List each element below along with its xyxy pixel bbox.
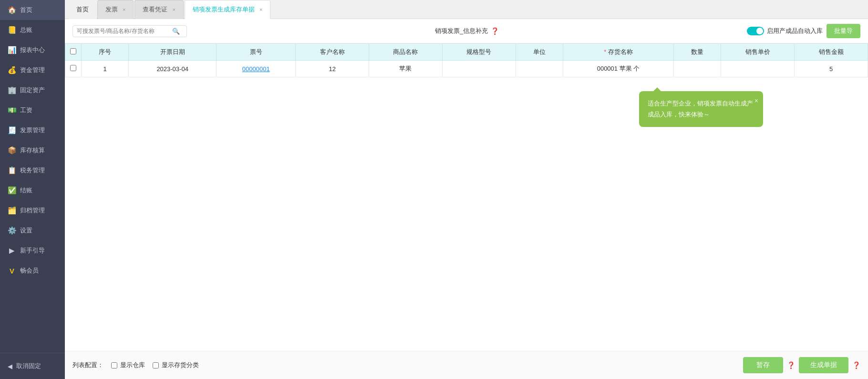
tooltip-text: 适合生产型企业，销项发票自动生成产成品入库，快来体验～ <box>648 100 753 118</box>
toggle-switch-container: 启用产成品自动入库 <box>747 27 823 35</box>
show-category-label[interactable]: 显示存货分类 <box>153 361 199 369</box>
sidebar-item-funds[interactable]: 💰 资金管理 <box>0 60 65 80</box>
sidebar-item-guide[interactable]: ▶ 新手引导 <box>0 241 65 261</box>
sidebar-item-assets[interactable]: 🏢 固定资产 <box>0 80 65 100</box>
config-label: 列表配置： <box>72 361 103 369</box>
tooltip-close-button[interactable]: × <box>754 95 758 107</box>
generate-button[interactable]: 生成单据 <box>799 357 848 373</box>
help-icon-generate[interactable]: ❓ <box>852 361 860 369</box>
search-input[interactable] <box>77 28 172 34</box>
select-all-checkbox[interactable] <box>70 48 76 54</box>
sidebar-item-settings[interactable]: ⚙️ 设置 <box>0 221 65 241</box>
payroll-icon: 💵 <box>8 106 16 115</box>
tooltip-popup: × 适合生产型企业，销项发票自动生成产成品入库，快来体验～ <box>639 91 763 127</box>
sidebar-item-home[interactable]: 🏠 首页 <box>0 0 65 20</box>
bottom-right: 暂存 ❓ 生成单据 ❓ <box>743 357 860 373</box>
row-checkbox-cell[interactable] <box>65 61 82 77</box>
header-checkbox[interactable] <box>65 44 82 61</box>
table-row: 1 2023-03-04 00000001 12 苹果 000001 苹果 个 … <box>65 61 868 77</box>
tab-create-stock[interactable]: 销项发票生成库存单据 × <box>185 0 270 19</box>
reports-icon: 📊 <box>8 46 16 54</box>
sidebar-item-label: 结账 <box>20 186 32 195</box>
sidebar-item-label: 首页 <box>20 6 32 14</box>
switch-thumb <box>756 28 763 34</box>
header-seq: 序号 <box>82 44 129 61</box>
row-amount: 5 <box>795 61 868 77</box>
search-box[interactable]: 🔍 <box>72 25 187 37</box>
show-warehouse-text: 显示仓库 <box>120 361 145 369</box>
row-date: 2023-03-04 <box>128 61 216 77</box>
tab-home-label: 首页 <box>76 5 89 14</box>
assets-icon: 🏢 <box>8 86 16 95</box>
header-goods: 商品名称 <box>369 44 443 61</box>
funds-icon: 💰 <box>8 66 16 74</box>
header-number: 票号 <box>217 44 296 61</box>
show-category-checkbox[interactable] <box>153 362 159 368</box>
center-label: 销项发票_信息补充 <box>435 27 488 35</box>
header-customer: 客户名称 <box>296 44 369 61</box>
search-icon: 🔍 <box>172 28 180 35</box>
sidebar-item-label: 总账 <box>20 26 32 34</box>
sidebar-item-vip[interactable]: V 畅会员 <box>0 261 65 281</box>
show-category-text: 显示存货分类 <box>162 361 199 369</box>
sidebar-item-label: 报表中心 <box>20 46 45 54</box>
tab-create-stock-label: 销项发票生成库存单据 <box>193 5 255 14</box>
sidebar-item-label: 归档管理 <box>20 206 45 215</box>
toggle-label: 启用产成品自动入库 <box>767 27 823 35</box>
bottom-bar: 列表配置： 显示仓库 显示存货分类 暂存 ❓ 生成单据 ❓ <box>65 351 868 379</box>
header-unit: 单位 <box>516 44 563 61</box>
main-content: 首页 发票 × 查看凭证 × 销项发票生成库存单据 × 🔍 销项发票_信息补充 <box>65 0 868 379</box>
vip-icon: V <box>8 267 16 275</box>
sidebar-item-inventory[interactable]: 📦 库存核算 <box>0 140 65 160</box>
sidebar-item-invoices[interactable]: 🧾 发票管理 <box>0 120 65 140</box>
header-spec: 规格型号 <box>442 44 516 61</box>
help-icon-save[interactable]: ❓ <box>787 361 795 369</box>
tab-view-voucher[interactable]: 查看凭证 × <box>134 0 183 19</box>
header-price: 销售单价 <box>721 44 795 61</box>
show-warehouse-label[interactable]: 显示仓库 <box>111 361 145 369</box>
batch-button[interactable]: 批量导 <box>827 24 860 38</box>
sidebar-item-label: 工资 <box>20 106 32 115</box>
sidebar-item-reports[interactable]: 📊 报表中心 <box>0 40 65 60</box>
table-header-row: 序号 开票日期 票号 客户名称 商品名称 规格型号 单位 * 存货名称 数量 销… <box>65 44 868 61</box>
sidebar-item-ledger[interactable]: 📒 总账 <box>0 20 65 40</box>
tab-bar: 首页 发票 × 查看凭证 × 销项发票生成库存单据 × <box>65 0 868 19</box>
sidebar-item-tax[interactable]: 📋 税务管理 <box>0 160 65 180</box>
tax-icon: 📋 <box>8 166 16 175</box>
invoice-number-link[interactable]: 00000001 <box>242 65 270 73</box>
guide-icon: ▶ <box>8 246 16 255</box>
home-icon: 🏠 <box>8 6 16 14</box>
auto-stock-toggle[interactable] <box>747 27 764 35</box>
row-qty <box>674 61 721 77</box>
table-container: 序号 开票日期 票号 客户名称 商品名称 规格型号 单位 * 存货名称 数量 销… <box>65 43 868 351</box>
toolbar-left: 🔍 <box>72 25 187 37</box>
sidebar-item-label: 畅会员 <box>20 266 39 275</box>
tab-invoice-close[interactable]: × <box>123 7 125 12</box>
help-icon-center[interactable]: ❓ <box>491 27 499 35</box>
sidebar-item-settle[interactable]: ✅ 结账 <box>0 180 65 200</box>
inventory-icon: 📦 <box>8 146 16 155</box>
row-customer: 12 <box>296 61 369 77</box>
tab-view-voucher-label: 查看凭证 <box>143 5 167 14</box>
row-stock: 000001 苹果 个 <box>563 61 674 77</box>
sidebar-item-payroll[interactable]: 💵 工资 <box>0 100 65 120</box>
row-number[interactable]: 00000001 <box>217 61 296 77</box>
tab-view-voucher-close[interactable]: × <box>172 7 175 12</box>
sidebar-item-label: 库存核算 <box>20 146 45 155</box>
page-content: 🔍 销项发票_信息补充 ❓ 启用产成品自动入库 批量导 <box>65 19 868 379</box>
save-button[interactable]: 暂存 <box>743 357 783 373</box>
tab-create-stock-close[interactable]: × <box>259 7 262 12</box>
toolbar-right: 启用产成品自动入库 批量导 <box>747 24 860 38</box>
toolbar: 🔍 销项发票_信息补充 ❓ 启用产成品自动入库 批量导 <box>65 19 868 43</box>
sidebar-item-label: 新手引导 <box>20 246 45 255</box>
header-date: 开票日期 <box>128 44 216 61</box>
sidebar-item-label: 固定资产 <box>20 86 45 95</box>
undo-pin-button[interactable]: ◀ 取消固定 <box>0 357 65 375</box>
settings-icon: ⚙️ <box>8 226 16 235</box>
show-warehouse-checkbox[interactable] <box>111 362 117 368</box>
row-checkbox[interactable] <box>70 65 76 71</box>
tab-invoice[interactable]: 发票 × <box>97 0 134 19</box>
header-stock: * 存货名称 <box>563 44 674 61</box>
sidebar-item-archive[interactable]: 🗂️ 归档管理 <box>0 200 65 221</box>
tab-home[interactable]: 首页 <box>69 0 96 19</box>
